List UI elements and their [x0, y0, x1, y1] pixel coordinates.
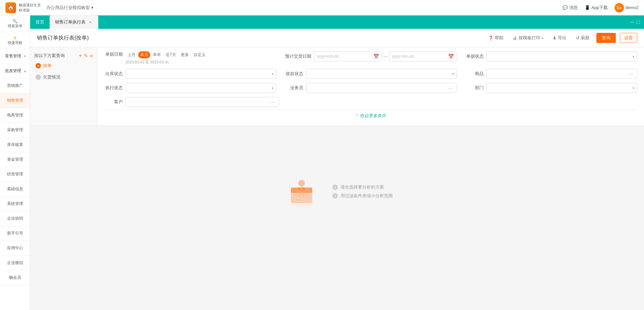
sidebar-item-search[interactable]: 🔍 搜索菜单	[0, 15, 30, 32]
page-content: 销售订单执行表(按单) ❓ 帮助 🖨 按模板打印 ▾ ⬇ 导出	[30, 29, 644, 310]
marketing-label: 营销推广	[7, 83, 23, 89]
filter-layout: 按以下方案查询 + ✎ « ● 按单	[30, 47, 644, 125]
page-header-actions: ❓ 帮助 🖨 按模板打印 ▾ ⬇ 导出 ↺ 刷新	[485, 33, 637, 43]
message-button[interactable]: 💬 消息	[562, 5, 578, 11]
delivery-status-select[interactable]: ▾	[125, 69, 276, 79]
salesperson-label: 业务员	[284, 85, 303, 91]
collapse-panel-button[interactable]: «	[90, 53, 93, 59]
breadcrumb-arrow-icon[interactable]: ▾	[91, 5, 94, 10]
filter-goods-cell: 商品 ···	[465, 69, 637, 79]
date-start-placeholder: yyyy-mm-dd	[317, 54, 339, 59]
sidebar-item-retail[interactable]: 零售管理 ▾	[0, 49, 30, 64]
date-tab-last-month[interactable]: 上月	[125, 51, 138, 58]
doc-status-select[interactable]: ▾	[486, 51, 637, 61]
scheme-dot-icon: ●	[37, 64, 39, 67]
edit-scheme-button[interactable]: ✎	[84, 53, 88, 58]
date-picker-section: 上月 本月 本年 近7天 更多 自定义 2023-03-01 至 2023-03…	[125, 51, 276, 65]
collapse-label: 收起更多条件	[360, 113, 386, 119]
tab-maximize-button[interactable]: □	[637, 19, 640, 25]
goods-dots-icon[interactable]: ···	[628, 71, 634, 76]
sidebar-item-base[interactable]: 基础信息	[0, 182, 30, 197]
refresh-button[interactable]: ↺ 刷新	[573, 34, 592, 42]
customer-input[interactable]: ···	[125, 97, 279, 107]
collapse-arrow-icon: ⌃	[355, 113, 359, 118]
quick-nav-icon: ⚡	[12, 36, 17, 40]
sidebar-item-wholesale[interactable]: 批发管理 ▴	[0, 64, 30, 79]
tab-sales-order[interactable]: 销售订单执行表 ×	[50, 15, 98, 29]
sidebar-item-marketing[interactable]: 营销推广	[0, 79, 30, 93]
goods-input[interactable]: ···	[486, 69, 637, 79]
tab-active-label: 销售订单执行表	[55, 19, 86, 25]
date-tab-more[interactable]: 更多	[179, 51, 191, 58]
retail-label: 零售管理	[5, 53, 21, 59]
sidebar-item-purchase[interactable]: 采购管理	[0, 123, 30, 138]
ecommerce-label: 电商管理	[7, 112, 23, 118]
sidebar-item-finance[interactable]: 资金管理	[0, 152, 30, 167]
settings-button[interactable]: 设置	[620, 33, 637, 43]
filter-salesperson-cell: 业务员 ···	[284, 83, 457, 93]
user-name: demo2	[625, 5, 639, 10]
sidebar-item-newbie[interactable]: 新手引导	[0, 226, 30, 241]
sidebar-item-system[interactable]: 系统管理	[0, 197, 30, 211]
date-tab-this-year[interactable]: 本年	[151, 51, 163, 58]
salesperson-input[interactable]: ···	[306, 83, 457, 93]
inventory-label: 库存核算	[7, 142, 23, 148]
query-button[interactable]: 查询	[596, 33, 616, 43]
export-button[interactable]: ⬇ 导出	[550, 34, 569, 42]
scheme-header-label: 按以下方案查询	[34, 53, 65, 59]
calendar-end-icon[interactable]: 📅	[448, 54, 454, 59]
customer-dots-icon[interactable]: ···	[269, 99, 276, 105]
app-download-button[interactable]: 📱 App下载	[585, 5, 608, 11]
expected-date-start-input[interactable]: yyyy-mm-dd 📅	[314, 51, 382, 61]
date-tab-7days[interactable]: 近7天	[164, 51, 178, 58]
sidebar: 🔍 搜索菜单 ⚡ 快捷导航 零售管理 ▾ 批发管理 ▴ 营销推广 销售管理 电商…	[0, 15, 30, 310]
date-range-display: 2023-03-01 至 2023-03-31	[125, 60, 276, 65]
calendar-start-icon[interactable]: 📅	[373, 54, 379, 59]
payment-arrow-icon: ▾	[452, 72, 454, 76]
sidebar-item-inventory[interactable]: 库存核算	[0, 138, 30, 152]
user-menu[interactable]: Ea demo2	[614, 3, 639, 12]
purchase-label: 采购管理	[7, 127, 23, 133]
date-tab-custom[interactable]: 自定义	[192, 51, 208, 58]
operations-label: 经营管理	[7, 171, 23, 177]
date-tab-this-month[interactable]: 本月	[138, 51, 150, 58]
tab-minimize-button[interactable]: ─	[630, 19, 634, 25]
tab-close-button[interactable]: ×	[88, 19, 93, 25]
sidebar-item-app-center[interactable]: 应用中心	[0, 241, 30, 256]
print-label: 按模板打印	[519, 35, 540, 41]
sidebar-item-enterprise[interactable]: 企业协同	[0, 211, 30, 226]
empty-state-section: 1 请先选择要分析的方案 2 用过滤条件来缩小分析范围	[30, 126, 644, 260]
logo-line2: 标准版	[19, 8, 41, 12]
empty-state-hints: 1 请先选择要分析的方案 2 用过滤条件来缩小分析范围	[332, 184, 393, 202]
sidebar-item-operations[interactable]: 经营管理	[0, 167, 30, 182]
exec-arrow-icon: ▾	[272, 86, 273, 90]
help-button[interactable]: ❓ 帮助	[485, 34, 506, 42]
settings-label: 设置	[624, 35, 633, 41]
content-area: 首页 销售订单执行表 × ─ □ 销售订单执行表(按单) ❓ 帮助	[30, 15, 644, 310]
sidebar-item-corp-wechat[interactable]: 企业微信	[0, 256, 30, 270]
scheme-item-backorder[interactable]: 欠货情况	[30, 71, 97, 83]
exec-status-select[interactable]: ▾	[125, 83, 276, 93]
sidebar-item-ecommerce[interactable]: 电商管理	[0, 108, 30, 123]
scheme-item-by-order[interactable]: ● 按单	[30, 60, 97, 71]
filter-payment-status-cell: 收款状态 ▾	[284, 69, 457, 79]
logo-text: 畅捷通好生意 标准版	[19, 3, 41, 12]
salesperson-dots-icon[interactable]: ···	[447, 85, 454, 91]
filter-row-2: 出库状态 ▾ 收款状态 ▾	[104, 69, 637, 79]
filter-exec-status-cell: 执行状态 ▾	[104, 83, 276, 93]
payment-status-select[interactable]: ▾	[306, 69, 457, 79]
add-scheme-button[interactable]: +	[79, 53, 82, 59]
date-end-placeholder: yyyy-mm-dd	[392, 54, 414, 59]
sidebar-item-sales[interactable]: 销售管理	[0, 93, 30, 108]
expected-date-end-input[interactable]: yyyy-mm-dd 📅	[389, 51, 457, 61]
hint-num-1: 1	[332, 185, 338, 190]
scheme-panel: 按以下方案查询 + ✎ « ● 按单	[30, 47, 97, 125]
dept-select[interactable]: ▾	[486, 83, 637, 93]
tab-home[interactable]: 首页	[30, 15, 50, 29]
sidebar-item-member[interactable]: 畅会员	[0, 270, 30, 285]
sidebar-item-quick-nav[interactable]: ⚡ 快捷导航	[0, 32, 30, 49]
user-abbr: Ea	[617, 6, 622, 10]
download-icon: 📱	[585, 5, 590, 10]
print-button[interactable]: 🖨 按模板打印 ▾	[510, 34, 546, 42]
collapse-button[interactable]: ⌃ 收起更多条件	[104, 110, 637, 121]
